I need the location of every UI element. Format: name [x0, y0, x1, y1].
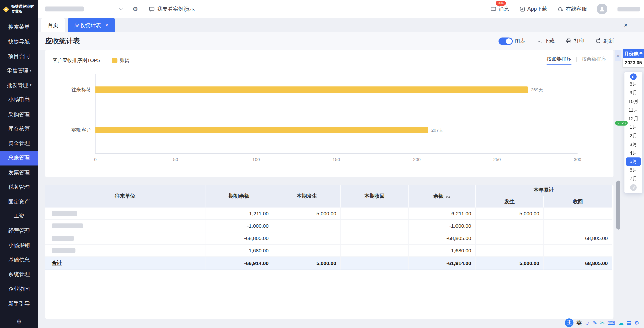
sidebar-item-purchase-mgmt[interactable]: 采购管理 [0, 107, 38, 122]
sidebar-settings-gear-icon[interactable]: ⚙ [0, 318, 38, 325]
total-ytd-incurred: 5,000.00 [476, 257, 544, 270]
scroll-up-button[interactable]: « [630, 73, 637, 80]
ime-logo-icon[interactable]: 王 [565, 318, 574, 327]
sidebar-item-project-contract[interactable]: 项目合同 [0, 49, 38, 63]
x-tick-label: 0 [94, 157, 97, 162]
chart-sort-tabs: 按账龄排序 按余额排序 [547, 56, 606, 65]
sidebar-item-funds-mgmt[interactable]: 资金管理 [0, 136, 38, 151]
total-label[interactable]: 合计 [52, 260, 62, 267]
month-item-aug[interactable]: 8月 [624, 80, 642, 89]
sidebar-item-label: 零售管理 [7, 67, 29, 74]
topbar-right: 99+ 消息 App下载 在线客服 [490, 4, 644, 14]
tab-tools: × [624, 18, 644, 32]
user-avatar[interactable] [597, 4, 607, 14]
sort-by-balance-tab[interactable]: 按余额排序 [582, 56, 606, 65]
sidebar-item-quick-nav[interactable]: 快捷导航 [0, 34, 38, 49]
ime-language-indicator[interactable]: 英 [576, 319, 582, 326]
sidebar-item-general-ledger[interactable]: 总账管理 [0, 151, 38, 165]
sidebar-item-beginner-guide[interactable]: 新手引导 [0, 297, 38, 311]
sidebar-item-tax-mgmt[interactable]: 税务管理 [0, 180, 38, 194]
total-current-incurred: 5,000.00 [273, 257, 341, 270]
cell-balance: 6,211.00 [409, 208, 476, 220]
scroll-down-button[interactable]: « [630, 184, 637, 191]
sort-icon[interactable] [445, 193, 450, 199]
sidebar-item-business-mgmt[interactable]: 经营管理 [0, 223, 38, 238]
legend-swatch [112, 58, 117, 63]
vertical-scrollbar-thumb[interactable] [616, 181, 620, 230]
refresh-button[interactable]: 刷新 [595, 37, 614, 45]
cell-current-received [341, 245, 409, 257]
sidebar-item-base-info[interactable]: 基础信息 [0, 253, 38, 267]
sidebar-item-label: 工资 [14, 213, 24, 220]
sidebar-item-label: 小畅报销 [8, 242, 30, 249]
month-item-feb[interactable]: 2月 [624, 132, 642, 140]
chart-y-axis-line [95, 74, 96, 154]
month-item-apr[interactable]: 4月 [624, 149, 642, 157]
online-service-button[interactable]: 在线客服 [557, 5, 587, 13]
sidebar-item-search-menu[interactable]: 搜索菜单 [0, 20, 38, 34]
cloud-icon[interactable]: ☁ [618, 320, 624, 326]
total-ytd-received: 68,805.00 [544, 257, 612, 270]
company-selector[interactable] [45, 7, 123, 12]
sidebar-item-retail-mgmt[interactable]: 零售管理▾ [0, 63, 38, 78]
chart-toggle-group: 图表 [499, 37, 526, 45]
month-item-mar[interactable]: 3月 [624, 140, 642, 149]
cell-ytd-received: 68,805.00 [544, 232, 612, 244]
cell-current-incurred [273, 232, 341, 244]
sidebar-item-expense[interactable]: 小畅报销 [0, 238, 38, 253]
chart-bar[interactable] [95, 127, 428, 133]
chevron-down-icon: ▾ [30, 83, 31, 87]
table-row: -68,805.00 -68,805.00 68,805.00 [45, 232, 612, 245]
sidebar-item-ecommerce[interactable]: 小畅电商 [0, 92, 38, 107]
sort-by-aging-tab[interactable]: 按账龄排序 [547, 56, 571, 65]
tab-close-icon[interactable]: × [105, 22, 108, 28]
month-item-may-active[interactable]: 5月 [626, 157, 641, 166]
refresh-label: 刷新 [603, 37, 614, 45]
skin-icon[interactable]: ▤ [626, 320, 631, 326]
sidebar-item-payroll[interactable]: 工资 [0, 209, 38, 223]
sidebar: 畅捷通好业财 专业版 搜索菜单 快捷导航 项目合同 零售管理▾ 批发管理▾ 小畅… [0, 0, 38, 328]
close-tabs-icon[interactable]: × [624, 21, 628, 29]
sidebar-item-enterprise-collab[interactable]: 企业协同 [0, 282, 38, 296]
x-tick-label: 50 [173, 157, 178, 162]
month-item-jul[interactable]: 7月 [624, 174, 642, 183]
month-item-nov[interactable]: 11月 [624, 106, 642, 115]
ime-toolbar: 王 英 ☺ ✎ ✂ ⌨ ☁ ▤ ⚙ [565, 318, 639, 327]
chart-card: 客户应收排序图TOP5 账龄 按账龄排序 按余额排序 往来标签 269天 零散客… [45, 50, 614, 177]
redacted-company-name [45, 7, 84, 12]
messages-badge: 99+ [496, 1, 506, 6]
keyboard-icon[interactable]: ⌨ [607, 320, 615, 326]
sidebar-item-label: 批发管理 [7, 81, 29, 89]
download-button[interactable]: 下载 [536, 37, 555, 45]
chart-bar[interactable] [95, 86, 528, 93]
screenshot-icon[interactable]: ✂ [600, 320, 604, 326]
month-item-jun[interactable]: 6月 [624, 166, 642, 175]
demo-link[interactable]: 我要看实例演示 [149, 5, 195, 13]
header-opening-balance: 期初余额 [205, 185, 273, 208]
sidebar-item-system-mgmt[interactable]: 系统管理 [0, 267, 38, 282]
bar-row: 往来标签 269天 [95, 86, 578, 93]
topbar-gear-icon[interactable]: ⚙ [133, 6, 138, 12]
settings-icon[interactable]: ⚙ [634, 320, 639, 326]
cell-current-received [341, 220, 409, 232]
month-item-sep[interactable]: 9月 [624, 88, 642, 97]
chart-toggle-switch[interactable] [499, 37, 513, 45]
sidebar-item-inventory-accounting[interactable]: 库存核算 [0, 122, 38, 136]
handwriting-icon[interactable]: ✎ [593, 320, 597, 326]
month-selector-title[interactable]: 月份选择 [623, 49, 644, 58]
print-button[interactable]: 打印 [566, 37, 584, 45]
app-download-button[interactable]: App下载 [519, 5, 548, 13]
header-ytd-incurred: 发生 [476, 196, 544, 207]
emoji-icon[interactable]: ☺ [585, 320, 590, 326]
messages-button[interactable]: 99+ 消息 [490, 5, 509, 13]
sidebar-item-invoice-mgmt[interactable]: 发票管理 [0, 165, 38, 180]
tab-receivable-report[interactable]: 应收统计表 × [68, 18, 115, 32]
panel-collapse-button[interactable]: » [615, 50, 621, 61]
sidebar-item-fixed-assets[interactable]: 固定资产 [0, 194, 38, 209]
month-item-oct[interactable]: 10月 [624, 97, 642, 106]
fullscreen-icon[interactable] [633, 22, 639, 28]
demo-link-label: 我要看实例演示 [157, 5, 194, 13]
tab-home[interactable]: 首页 [41, 18, 65, 32]
download-icon [536, 38, 542, 44]
sidebar-item-wholesale-mgmt[interactable]: 批发管理▾ [0, 78, 38, 92]
